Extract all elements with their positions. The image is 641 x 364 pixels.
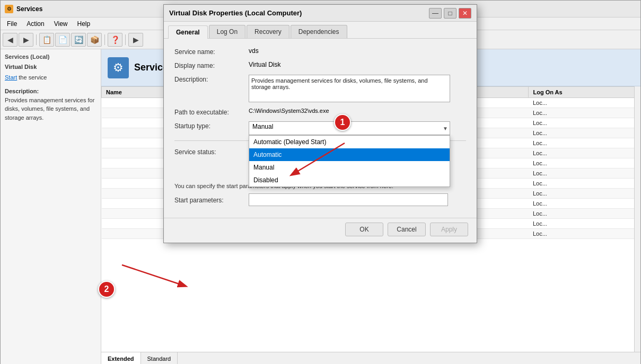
start-params-label: Start parameters: (174, 196, 249, 204)
sidebar-rest-text: the service (17, 74, 47, 81)
cell-logon: Loc... (529, 118, 640, 128)
cancel-button[interactable]: Cancel (388, 223, 426, 236)
form-row-display-name: Display name: Virtual Disk (174, 61, 466, 69)
service-name-value: vds (249, 47, 259, 55)
menu-view[interactable]: View (50, 19, 72, 29)
tab-extended[interactable]: Extended (101, 352, 141, 364)
dialog-minimize-btn[interactable]: — (429, 8, 442, 19)
dialog-title: Virtual Disk Properties (Local Computer) (169, 9, 302, 17)
cell-logon: Loc... (529, 158, 640, 168)
cell-logon: Loc... (529, 229, 640, 239)
menu-file[interactable]: File (3, 19, 21, 29)
path-value: C:\Windows\System32\vds.exe (249, 108, 329, 114)
toolbar-btn-6[interactable]: ▶ (128, 33, 143, 47)
toolbar-btn-1[interactable]: 📋 (39, 33, 54, 47)
cell-logon: Loc... (529, 168, 640, 179)
dialog-content: Service name: vds Display name: Virtual … (164, 39, 477, 218)
table-scrollbar[interactable] (634, 86, 640, 352)
startup-dropdown-list[interactable]: Automatic (Delayed Start) Automatic Manu… (249, 135, 450, 187)
service-name-label: Service name: (174, 47, 249, 56)
services-header-icon: ⚙ (108, 57, 129, 78)
bottom-tab-bar: Extended Standard (101, 352, 640, 364)
dropdown-item-manual[interactable]: Manual (249, 161, 450, 174)
tab-logon[interactable]: Log On (209, 25, 245, 38)
dialog-close-btn[interactable]: ✕ (459, 8, 471, 19)
cell-logon: Loc... (529, 98, 640, 108)
display-name-label: Display name: (174, 61, 249, 69)
toolbar-btn-4[interactable]: 📦 (87, 33, 102, 47)
sidebar-service-name: Virtual Disk (5, 63, 96, 71)
sidebar-title: Services (Local) (5, 54, 96, 60)
cell-logon: Loc... (529, 179, 640, 189)
description-label: Description: (174, 75, 249, 83)
toolbar-separator-1 (36, 34, 37, 45)
toolbar-separator-3 (125, 34, 126, 45)
cell-logon: Loc... (529, 219, 640, 229)
path-label: Path to executable: (174, 108, 249, 116)
toolbar-btn-2[interactable]: 📄 (55, 33, 70, 47)
service-status-label: Service status: (174, 147, 249, 156)
services-window-title: Services (16, 5, 42, 13)
callout-badge-2: 2 (98, 281, 115, 298)
toolbar-btn-5[interactable]: ❓ (108, 33, 122, 47)
properties-dialog[interactable]: Virtual Disk Properties (Local Computer)… (163, 4, 477, 243)
dropdown-item-automatic[interactable]: Automatic (249, 148, 450, 161)
dialog-footer: OK Cancel Apply (164, 218, 477, 243)
display-name-value: Virtual Disk (249, 61, 280, 68)
toolbar-back[interactable]: ◀ (3, 33, 17, 47)
col-header-logon[interactable]: Log On As (529, 87, 640, 98)
form-row-description: Description: (174, 75, 466, 102)
apply-button[interactable]: Apply (430, 223, 468, 236)
cell-logon: Loc... (529, 199, 640, 209)
tab-recovery[interactable]: Recovery (247, 25, 289, 38)
services-icon: ⚙ (5, 5, 13, 13)
form-row-service-name: Service name: vds (174, 47, 466, 56)
sidebar-desc-title: Description: (5, 88, 39, 94)
sidebar-start-link[interactable]: Start (5, 74, 17, 81)
cell-logon: Loc... (529, 138, 640, 148)
menu-action[interactable]: Action (22, 19, 48, 29)
cell-logon: Loc... (529, 148, 640, 158)
start-params-input[interactable] (249, 193, 448, 206)
callout-badge-1: 1 (334, 114, 351, 131)
form-row-path: Path to executable: C:\Windows\System32\… (174, 108, 466, 116)
toolbar-forward[interactable]: ▶ (19, 33, 33, 47)
dialog-titlebar: Virtual Disk Properties (Local Computer)… (164, 5, 477, 22)
toolbar-separator-2 (104, 34, 105, 45)
dialog-controls: — □ ✕ (429, 8, 471, 19)
dialog-tabs: General Log On Recovery Dependencies (164, 22, 477, 39)
dropdown-item-delayed[interactable]: Automatic (Delayed Start) (249, 136, 450, 148)
tab-general[interactable]: General (168, 25, 208, 39)
tab-dependencies[interactable]: Dependencies (291, 25, 347, 38)
cell-logon: Loc... (529, 209, 640, 219)
services-sidebar: Services (Local) Virtual Disk Start the … (1, 49, 101, 364)
description-textarea[interactable] (249, 75, 450, 102)
dropdown-item-disabled[interactable]: Disabled (249, 174, 450, 187)
sidebar-desc-text: Provides management services for disks, … (5, 97, 94, 121)
cell-logon: Loc... (529, 108, 640, 118)
cell-logon: Loc... (529, 189, 640, 199)
startup-type-label: Startup type: (174, 121, 249, 130)
start-params-row: Start parameters: (174, 193, 466, 206)
sidebar-description-panel: Description: Provides management service… (5, 87, 96, 122)
toolbar-btn-3[interactable]: 🔄 (71, 33, 86, 47)
tab-standard[interactable]: Standard (141, 352, 178, 364)
cell-logon: Loc... (529, 128, 640, 138)
ok-button[interactable]: OK (345, 223, 383, 236)
form-row-startup: Startup type: Manual ▼ Automatic (Delaye… (174, 121, 466, 135)
dialog-maximize-btn[interactable]: □ (444, 8, 456, 19)
menu-help[interactable]: Help (73, 19, 95, 29)
